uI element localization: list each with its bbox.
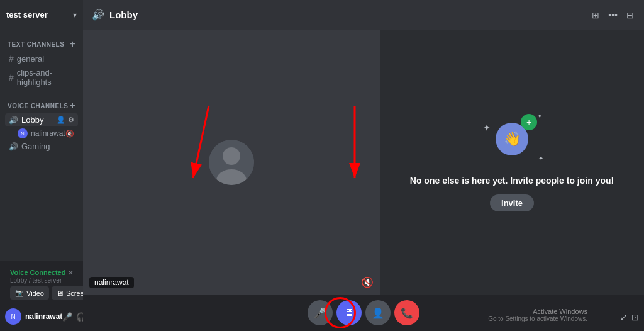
user-display-name: nalinrawat <box>25 312 62 321</box>
hash-icon: # <box>9 72 14 82</box>
sidebar-bottom: Voice Connected ✕ Lobby / test server 📷 … <box>0 261 83 331</box>
user-voice-icon: 🔇 <box>65 130 74 138</box>
sidebar-item-clips[interactable]: # clips-and-highlights <box>5 66 78 89</box>
screen-share-button[interactable]: 🖥 <box>336 300 362 325</box>
invite-panel: 👋 + ✦ ✦ ✦ No one else is here yet. Invit… <box>380 30 644 295</box>
sidebar-item-gaming[interactable]: 🔊 Gaming <box>5 140 78 153</box>
header-channel-name: Lobby <box>109 9 138 20</box>
voice-connected-bar: Voice Connected ✕ Lobby / test server 📷 … <box>5 265 78 303</box>
voice-channels-section: VOICE CHANNELS + 🔊 Lobby 👤 ⚙ N nalinrawa… <box>0 92 83 156</box>
minimize-icon[interactable]: ⊟ <box>625 9 635 21</box>
header-right: ⊞ ••• ⊟ <box>591 9 635 21</box>
user-avatar-small: N <box>18 128 28 138</box>
sidebar-item-lobby[interactable]: 🔊 Lobby 👤 ⚙ <box>5 113 78 126</box>
avatar-svg <box>209 140 254 185</box>
server-chevron-icon: ▾ <box>73 11 77 20</box>
mic-toggle-button[interactable]: 🎤 <box>308 300 333 325</box>
video-tile: nalinrawat 🔇 <box>83 30 380 295</box>
bottom-toolbar: 🎤 🖥 👤 📞 Activate Windows Go to Settings … <box>83 295 644 331</box>
sidebar: test server ▾ TEXT CHANNELS + # general … <box>0 0 83 331</box>
settings-icon: ⚙ <box>68 116 74 124</box>
voice-bottom-actions: 📷 Video 🖥 Screen <box>10 284 73 302</box>
main-content: 🔊 Lobby ⊞ ••• ⊟ na <box>83 0 644 331</box>
windows-activate-title: Activate Windows <box>488 308 587 315</box>
voice-icon: 🔊 <box>9 116 18 125</box>
voice-channel-left: 🔊 Lobby <box>9 115 43 125</box>
text-channels-label: TEXT CHANNELS <box>8 41 64 48</box>
voice-channel-name-lobby: Lobby <box>21 115 43 125</box>
user-in-lobby-name: nalinrawat <box>31 129 65 138</box>
expand-icon[interactable]: ⤢ <box>620 312 628 322</box>
bottom-right-icons: ⤢ ⊡ <box>620 312 639 322</box>
video-mute-icon: 🔇 <box>361 276 374 288</box>
voice-connected-sub: Lobby / test server <box>10 277 73 284</box>
mic-icon[interactable]: 🎤 <box>62 312 72 322</box>
video-label: Video <box>26 289 44 297</box>
text-channels-section: TEXT CHANNELS + # general # clips-and-hi… <box>0 30 83 92</box>
sparkle-icon-3: ✦ <box>538 155 543 162</box>
invite-button[interactable]: Invite <box>490 194 534 211</box>
voice-icon-gaming: 🔊 <box>9 142 18 151</box>
no-one-text: No one else is here yet. Invite people t… <box>410 176 614 186</box>
camera-icon: 👤 <box>372 307 384 319</box>
windows-activate: Activate Windows Go to Settings to activ… <box>488 308 587 322</box>
voice-channels-label: VOICE CHANNELS <box>8 103 68 109</box>
user-panel: N nalinrawat 🎤 🎧 ⚙ <box>5 306 78 327</box>
windows-activate-sub: Go to Settings to activate Windows. <box>488 315 587 322</box>
user-panel-left: N nalinrawat <box>5 308 62 325</box>
voice-connected-label: Voice Connected ✕ <box>10 269 73 276</box>
more-options-icon[interactable]: ••• <box>607 9 619 21</box>
sidebar-item-general[interactable]: # general <box>5 52 78 65</box>
video-user-avatar <box>209 140 254 185</box>
channel-name-clips: clips-and-highlights <box>17 68 74 87</box>
screen-share-icon: 🖥 <box>57 289 64 297</box>
disconnect-button[interactable]: 📞 <box>394 300 419 325</box>
video-area: nalinrawat 🔇 👋 + ✦ ✦ ✦ No one else is he… <box>83 30 644 295</box>
channel-name-general: general <box>17 54 44 64</box>
avatar: N <box>5 308 21 325</box>
voice-channel-name-gaming: Gaming <box>21 142 50 151</box>
voice-connected-status: Voice Connected <box>10 269 65 276</box>
voice-disconnect-x[interactable]: ✕ <box>68 269 73 276</box>
sparkle-icon-2: ✦ <box>537 113 542 120</box>
invite-plus-icon: + <box>521 114 537 130</box>
voice-channel-actions: 👤 ⚙ <box>57 116 74 124</box>
camera-toggle-button[interactable]: 👤 <box>365 300 391 325</box>
user-count-icon: 👤 <box>57 116 65 124</box>
header-voice-icon: 🔊 <box>92 9 104 21</box>
hash-icon: # <box>9 53 14 64</box>
video-button[interactable]: 📷 Video <box>10 286 49 300</box>
popout-icon[interactable]: ⊡ <box>631 312 639 322</box>
voice-channels-header: VOICE CHANNELS + <box>5 101 78 111</box>
user-in-lobby: N nalinrawat 🔇 <box>5 127 78 140</box>
grid-layout-icon[interactable]: ⊞ <box>591 9 601 21</box>
video-icon: 📷 <box>15 289 24 297</box>
add-text-channel-button[interactable]: + <box>70 39 75 49</box>
server-header[interactable]: test server ▾ <box>0 0 83 30</box>
text-channels-header: TEXT CHANNELS + <box>5 39 78 49</box>
add-voice-channel-button[interactable]: + <box>70 101 75 111</box>
video-username-label: nalinrawat <box>89 277 134 288</box>
server-name: test server <box>6 10 48 20</box>
header-left: 🔊 Lobby <box>92 9 138 21</box>
svg-point-1 <box>223 147 240 165</box>
main-header: 🔊 Lobby ⊞ ••• ⊟ <box>83 0 644 30</box>
invite-illustration: 👋 + ✦ ✦ ✦ <box>487 114 537 164</box>
sparkle-icon-1: ✦ <box>483 123 491 133</box>
